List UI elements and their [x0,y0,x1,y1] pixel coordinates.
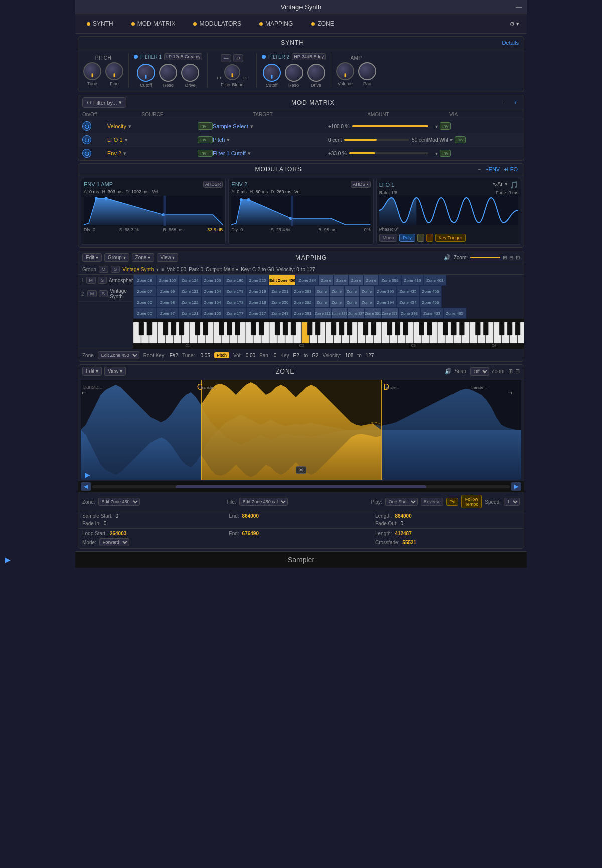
zone-reverse-btn[interactable]: Reverse [421,498,444,506]
mod-row2-slider[interactable] [344,139,409,141]
zone-g2-d[interactable]: Zon e [359,297,374,308]
mod-row1-inv-source[interactable]: Inv [198,122,213,130]
zone-281[interactable]: Zone 281 [291,308,314,319]
zone-250[interactable]: Zone 250 [269,297,291,308]
zone-g2-g[interactable]: Zon e 337 [348,308,365,319]
zone-180[interactable]: Zone 180 [224,275,246,286]
mod-row1-target-chevron[interactable]: ▾ [250,123,253,130]
zone-play-select[interactable]: One Shot [385,498,418,506]
zone-156[interactable]: Zone 156 [201,275,224,286]
zone-97[interactable]: Zone 97 [156,308,179,319]
zone-435[interactable]: Zone 435 [397,286,419,297]
mod-row3-source-chevron[interactable]: ▾ [123,150,126,157]
zone-g2-b[interactable]: Zon e [329,297,344,308]
output-chevron[interactable]: ▾ [236,267,238,272]
zone-220[interactable]: Zone 220 [246,275,269,286]
scroll-track[interactable] [92,485,510,488]
zone-g1-b[interactable]: Zon e [334,275,349,286]
zone-121[interactable]: Zone 121 [179,308,201,319]
zone-zoom-fit[interactable]: ⊟ [515,368,520,375]
lfo1-extra2-btn[interactable] [426,234,433,242]
lfo1-mono-btn[interactable]: Mono [379,234,398,242]
mod-row2-via-inv[interactable]: Inv [455,136,466,143]
mod-filter-dropdown[interactable]: ⊙ Filter by... ▾ [82,97,126,108]
mapping-speaker-icon[interactable]: 🔊 [444,254,451,261]
zone-434[interactable]: Zone 434 [397,297,419,308]
group-list-item-2[interactable]: 2 M S Vintage Synth [78,286,133,302]
mod-row3-power[interactable]: ⏻ [82,149,91,158]
zoom-slider[interactable] [470,257,500,258]
zone-249[interactable]: Zone 249 [269,308,291,319]
zone-282[interactable]: Zone 282 [291,297,314,308]
group2-m-btn[interactable]: M [87,290,97,297]
nav-synth[interactable]: SYNTH [83,18,117,29]
zone-edit-btn[interactable]: Edit ▾ [82,367,102,376]
mod-row1-source-chevron[interactable]: ▾ [128,123,131,130]
zone-466b[interactable]: Zone 466 [419,297,442,308]
zone-393[interactable]: Zone 393 [398,308,421,319]
zone-g1-f[interactable]: Zon e [329,286,344,297]
mod-row1-via-inv[interactable]: Inv [440,122,451,130]
zone-154b[interactable]: Zone 154 [201,297,224,308]
blend-parallel-btn[interactable]: ⇄ [233,54,243,62]
nav-modulators[interactable]: MODULATORS [189,18,245,29]
zone-g1-e[interactable]: Zon e [314,286,329,297]
zone-pd-btn[interactable]: Pd [446,498,458,506]
zone-g2-e[interactable]: Zon e 313 [314,308,331,319]
mod-row2-target-chevron[interactable]: ▾ [227,137,230,143]
lfo1-keytrigger-btn[interactable]: Key Trigger [435,234,466,242]
env2-type[interactable]: AHDSR [351,181,371,188]
pan-knob[interactable] [358,62,376,80]
zone-154[interactable]: Zone 154 [201,286,224,297]
zone-98[interactable]: Zone 98 [156,297,179,308]
zone-123[interactable]: Zone 123 [179,286,201,297]
zone-speaker-icon[interactable]: 🔊 [445,368,452,375]
f2-cutoff-knob[interactable] [263,64,281,82]
close-button[interactable]: — [516,4,522,11]
zone-433[interactable]: Zone 433 [421,308,443,319]
zone-snap-select[interactable]: Off [470,367,489,376]
zone-251[interactable]: Zone 251 [269,286,291,297]
group1-m-btn[interactable]: M [86,277,96,284]
volume-knob[interactable] [336,62,354,80]
filter2-type[interactable]: HP 24dB Edgy [292,53,326,60]
zoom-icon1[interactable]: ⊞ [503,255,507,260]
zone-65[interactable]: Zone 65 [133,308,156,319]
scroll-thumb[interactable] [176,485,426,488]
speed-select[interactable]: 1 [504,498,520,506]
zone-153[interactable]: Zone 153 [201,308,224,319]
mod-row3-slider[interactable] [349,152,428,154]
mod-row2-inv-source[interactable]: Inv [198,136,213,143]
group-list-item-1[interactable]: 1 M S Atmospherics [78,275,133,286]
zone-394[interactable]: Zone 394 [374,297,397,308]
fine-knob[interactable] [105,62,123,80]
zone-466[interactable]: Zone 466 [419,286,442,297]
zone-g2-377[interactable]: Zon e 377 [381,308,398,319]
env1-graph[interactable] [84,196,223,226]
add-env-btn[interactable]: +ENV [483,166,502,172]
zone-468[interactable]: Zone 468 [424,275,446,286]
zone-450-active[interactable]: Edit Zone 450 [269,275,296,286]
zone-465[interactable]: Zone 465 [443,308,466,319]
zone-99[interactable]: Zone 99 [156,286,179,297]
zone-g2-a[interactable]: Zon e [314,297,329,308]
zone-view-btn[interactable]: View ▾ [104,367,126,376]
mod-minus-btn[interactable]: − [499,100,507,106]
nav-mapping[interactable]: MAPPING [255,18,297,29]
zone-218[interactable]: Zone 218 [246,297,269,308]
zone-122[interactable]: Zone 122 [179,297,201,308]
group1-s-btn[interactable]: S [98,277,107,284]
group-chevron[interactable]: ▾ [156,267,159,272]
mapping-zone-btn[interactable]: Zone ▾ [132,253,155,262]
scroll-right-btn[interactable]: ▶ [511,482,521,491]
mod-row3-via-chevron[interactable]: ▾ [435,151,438,156]
env1-type[interactable]: AHDSR [203,181,223,188]
zone-g1-d[interactable]: Zon e [364,275,379,286]
scroll-left-btn[interactable]: ◀ [81,482,91,491]
add-lfo-btn[interactable]: +LFO [502,166,520,172]
zone-436[interactable]: Zone 436 [401,275,424,286]
group-grid-icon[interactable]: ≡ [161,267,164,272]
f2-drive-knob[interactable] [307,64,325,82]
mod-row3-via-inv[interactable]: Inv [440,150,451,157]
tune-knob[interactable] [83,62,101,80]
